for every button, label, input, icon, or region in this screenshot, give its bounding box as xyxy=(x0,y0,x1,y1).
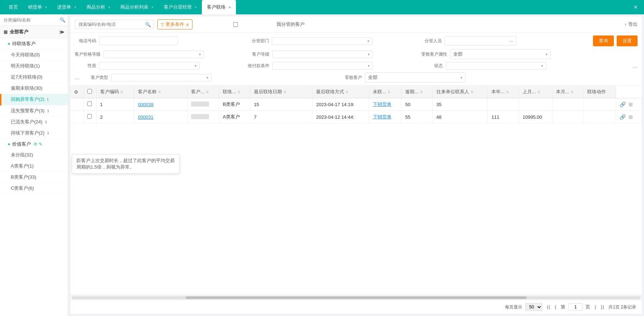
status-select[interactable]: ▾ xyxy=(446,62,546,70)
export-button[interactable]: ↑ 导出 xyxy=(625,21,638,28)
my-customers-checkbox[interactable] xyxy=(196,22,275,27)
customer-type-select[interactable]: ▾ xyxy=(111,74,212,81)
page-number-input[interactable] xyxy=(568,303,583,311)
filter-customer-type: 客户类型 ▾ xyxy=(87,74,337,81)
tab-home[interactable]: 首页 xyxy=(4,0,23,14)
col-contact-person[interactable]: 往来单位联系人 ⇅ xyxy=(432,86,488,98)
col-overdue[interactable]: 逾期... ⇅ xyxy=(402,86,433,98)
sidebar-item-tomorrow[interactable]: 明天待联络(1) xyxy=(0,61,68,72)
close-icon[interactable]: × xyxy=(108,5,110,9)
sidebar-item-churned[interactable]: 已流失客户(24) ℹ xyxy=(0,117,68,128)
filter-phone: 电话号码 xyxy=(75,37,244,45)
sidebar-item-ungrouped[interactable]: 未分组(32) xyxy=(0,150,68,161)
link-icon[interactable]: 🔗 xyxy=(620,114,626,120)
tab-product-analysis-list[interactable]: 商品分析列表 × xyxy=(115,0,158,14)
close-icon[interactable]: × xyxy=(74,5,76,9)
select-all-checkbox[interactable] xyxy=(87,89,92,94)
sidebar-search-icon[interactable]: 🔍 xyxy=(60,17,65,23)
search-button[interactable]: 🔍 xyxy=(145,22,151,27)
table-area[interactable]: ⚙ 客户编码 ⇅ 客户名称 xyxy=(70,86,642,295)
close-icon[interactable]: × xyxy=(45,5,47,9)
per-page-select[interactable]: 50 xyxy=(525,303,542,311)
query-button[interactable]: 查询 xyxy=(593,36,614,46)
settings-button[interactable]: 设置 xyxy=(617,36,638,46)
person-select[interactable]: ··· xyxy=(445,36,516,46)
prev-page-button[interactable]: ⟨ xyxy=(553,304,558,311)
close-icon[interactable]: × xyxy=(151,5,153,9)
edit-icon[interactable]: ✎ xyxy=(39,142,42,147)
tab-product-analysis[interactable]: 商品分析 × xyxy=(82,0,115,14)
sidebar-search-input[interactable] xyxy=(4,18,57,23)
close-icon[interactable]: × xyxy=(195,5,197,9)
filter-row-4: ... 客户类型 ▾ 零散客户 全部 ▾ xyxy=(75,72,638,82)
sidebar-item-grade-b[interactable]: B类客户(33) xyxy=(0,172,68,183)
col-last-contact-method[interactable]: 最后联络方式 ⇅ xyxy=(312,86,369,98)
sidebar-item-declining[interactable]: 持续下滑客户(2) ℹ xyxy=(0,128,68,139)
price-grade-select[interactable]: ▾ xyxy=(103,51,204,58)
row-checkbox[interactable] xyxy=(87,102,92,106)
row-checkbox-cell[interactable] xyxy=(83,98,96,111)
grid-action-icon[interactable]: ⊞ xyxy=(629,114,633,120)
window-close-button[interactable]: × xyxy=(631,4,640,11)
scroll-thumb[interactable] xyxy=(186,296,527,299)
row-checkbox-cell[interactable] xyxy=(83,111,96,123)
sort-icon: ⇅ xyxy=(506,90,509,94)
tab-sales-order[interactable]: 销货单 × xyxy=(23,0,52,14)
row-checkbox[interactable] xyxy=(87,114,92,119)
next-page-button[interactable]: ⟩ xyxy=(593,304,598,311)
search-input[interactable] xyxy=(75,20,154,29)
all-customers-section[interactable]: ⊞ 全部客户 ≫ xyxy=(0,26,68,38)
sidebar-item-churn-warning[interactable]: 流失预警客户(3) ℹ xyxy=(0,105,68,117)
row-code[interactable]: 000039 xyxy=(134,98,187,111)
sidebar-item-grade-c[interactable]: C类客户(6) xyxy=(0,183,68,194)
sidebar-item-7days[interactable]: 近7天待联络(0) xyxy=(0,72,68,83)
tab-customer-contact[interactable]: 客户联络 × xyxy=(202,0,236,14)
col-name[interactable]: 客户名称 ⇅ xyxy=(134,86,187,98)
link-icon[interactable]: 🔗 xyxy=(620,102,626,107)
refresh-icon[interactable]: ⟳ xyxy=(34,142,37,147)
gender-select[interactable]: ▾ xyxy=(99,62,200,70)
price-group-label[interactable]: 价值客户 xyxy=(12,141,31,147)
tab-purchase-order[interactable]: 进货单 × xyxy=(52,0,81,14)
row4-more-dots-left[interactable]: ... xyxy=(75,74,79,81)
col-code[interactable]: 客户编码 ⇅ xyxy=(96,86,134,98)
sidebar-item-repurchase-abnormal[interactable]: 回购异常客户(2) ℹ xyxy=(1,94,68,105)
status-label: 状态 xyxy=(421,63,443,69)
payment-select[interactable]: ▾ xyxy=(272,62,373,70)
collapse-right-icon[interactable]: ≫ xyxy=(59,29,64,35)
col-last-month[interactable]: 上月... ⇅ xyxy=(519,86,552,98)
row-last-contact-method[interactable]: 下销货单 xyxy=(369,98,401,111)
col-settings[interactable]: ⚙ xyxy=(70,86,83,98)
close-icon[interactable]: × xyxy=(228,5,231,9)
sidebar-search-area: 🔍 xyxy=(0,14,68,26)
retail-attr-select[interactable]: 全部 ▾ xyxy=(450,49,551,59)
col-checkbox[interactable] xyxy=(83,86,96,98)
row-last-contact-method[interactable]: 下销货单 xyxy=(369,111,401,123)
col-contact-count[interactable]: 联络... ⇅ xyxy=(219,86,250,98)
last-page-button[interactable]: ⟩⟩ xyxy=(599,304,606,311)
phone-input[interactable] xyxy=(99,37,178,45)
dept-label: 分管部门 xyxy=(247,38,269,44)
sidebar-item-today[interactable]: 今天待联络(0) xyxy=(0,49,68,61)
grid-action-icon[interactable]: ⊞ xyxy=(629,102,633,107)
more-conditions-button[interactable]: ▽ 更多条件 ∧ xyxy=(157,19,193,29)
dept-select[interactable]: ▾ xyxy=(272,37,372,45)
more-dots-icon[interactable]: ··· xyxy=(509,38,513,44)
col-no-contact-days[interactable]: 未联... ⇅ xyxy=(369,86,401,98)
row-code[interactable]: 000031 xyxy=(134,111,187,123)
horizontal-scrollbar[interactable] xyxy=(70,295,642,300)
group-pending-contact[interactable]: ▼ 待联络客户 xyxy=(0,38,68,49)
sidebar-item-overdue[interactable]: 逾期未联络(30) xyxy=(0,83,68,94)
tab-customer-tier[interactable]: 客户分层经营 × xyxy=(159,0,202,14)
col-last-contact-date[interactable]: 最后联络日期 ⇅ xyxy=(250,86,312,98)
row3-more-dots[interactable]: ... xyxy=(633,63,638,69)
settings-icon[interactable]: ⚙ xyxy=(74,89,78,95)
my-customers-toggle[interactable]: 我分管的客户 xyxy=(196,21,305,28)
first-page-button[interactable]: ⟨⟨ xyxy=(545,304,552,311)
col-this-year[interactable]: 本年... ⇅ xyxy=(488,86,519,98)
customer-grade-select[interactable]: ▾ xyxy=(272,51,373,58)
col-grade[interactable]: 客户... ⇅ xyxy=(187,86,219,98)
retail-customer-select[interactable]: 全部 ▾ xyxy=(365,72,465,82)
sidebar-item-grade-a[interactable]: A类客户(1) xyxy=(0,161,68,172)
col-this-month[interactable]: 本月... ⇅ xyxy=(552,86,584,98)
